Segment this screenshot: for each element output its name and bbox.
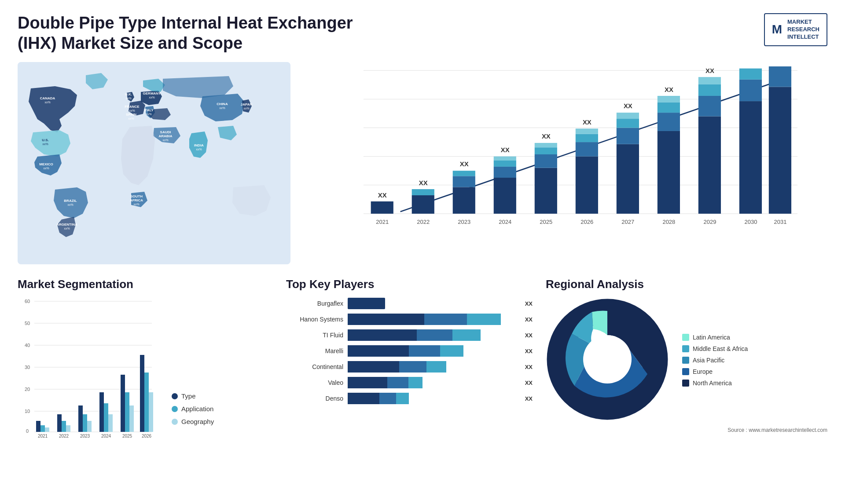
player-ti: TI Fluid XX bbox=[286, 329, 533, 341]
donut-and-legend: Latin America Middle East & Africa Asia … bbox=[546, 298, 827, 423]
bar-chart-svg: XX 2021 XX 2022 XX 2023 XX 2024 bbox=[330, 66, 819, 242]
svg-text:2023: 2023 bbox=[458, 219, 470, 225]
svg-text:40: 40 bbox=[25, 343, 30, 348]
svg-text:U.S.: U.S. bbox=[42, 138, 49, 142]
svg-text:2021: 2021 bbox=[38, 434, 48, 438]
svg-rect-62 bbox=[535, 143, 557, 147]
svg-rect-59 bbox=[535, 168, 557, 214]
legend-latin-america: Latin America bbox=[682, 334, 748, 341]
svg-text:SPAIN: SPAIN bbox=[126, 113, 136, 117]
svg-rect-66 bbox=[576, 142, 598, 157]
svg-text:2025: 2025 bbox=[122, 434, 132, 438]
north-america-color bbox=[682, 380, 689, 387]
svg-rect-67 bbox=[576, 134, 598, 142]
legend-type: Type bbox=[172, 392, 214, 400]
svg-rect-53 bbox=[494, 178, 516, 214]
player-xx-hanon: XX bbox=[525, 316, 533, 323]
player-bar-valeo bbox=[348, 377, 518, 388]
svg-rect-61 bbox=[535, 147, 557, 154]
player-xx-ti: XX bbox=[525, 332, 533, 339]
player-name-ti: TI Fluid bbox=[286, 332, 343, 339]
svg-rect-44 bbox=[412, 195, 434, 214]
europe-color bbox=[682, 368, 689, 375]
svg-text:2024: 2024 bbox=[101, 434, 111, 438]
player-name-denso: Denso bbox=[286, 395, 343, 402]
source-text: Source : www.marketresearchintellect.com bbox=[546, 427, 827, 433]
svg-rect-86 bbox=[698, 77, 721, 84]
map-container: CANADA xx% U.S. xx% MEXICO xx% BRAZIL xx… bbox=[18, 62, 290, 264]
player-bar-ti bbox=[348, 329, 518, 341]
logo-text: MARKET RESEARCH INTELLECT bbox=[787, 18, 819, 41]
header: Double Pipe Type Internal Heat Exchanger… bbox=[18, 13, 827, 53]
svg-text:2030: 2030 bbox=[744, 219, 757, 225]
player-valeo: Valeo XX bbox=[286, 377, 533, 388]
svg-point-140 bbox=[583, 335, 632, 383]
svg-rect-71 bbox=[617, 144, 639, 214]
regional-title: Regional Analysis bbox=[546, 278, 827, 291]
svg-rect-68 bbox=[576, 129, 598, 134]
svg-rect-132 bbox=[125, 392, 129, 432]
legend-geography: Geography bbox=[172, 418, 214, 425]
svg-rect-85 bbox=[698, 84, 721, 96]
svg-rect-55 bbox=[494, 161, 516, 167]
svg-rect-83 bbox=[698, 117, 721, 214]
svg-text:XX: XX bbox=[705, 67, 714, 74]
world-map: CANADA xx% U.S. xx% MEXICO xx% BRAZIL xx… bbox=[18, 62, 290, 264]
svg-rect-116 bbox=[40, 425, 45, 432]
svg-text:0: 0 bbox=[26, 428, 29, 434]
svg-text:CANADA: CANADA bbox=[40, 96, 55, 100]
svg-text:xx%: xx% bbox=[42, 142, 48, 146]
svg-text:2028: 2028 bbox=[662, 219, 675, 225]
svg-rect-84 bbox=[698, 96, 721, 117]
player-name-valeo: Valeo bbox=[286, 379, 343, 386]
svg-text:FRANCE: FRANCE bbox=[125, 105, 140, 109]
top-section: CANADA xx% U.S. xx% MEXICO xx% BRAZIL xx… bbox=[18, 62, 827, 264]
svg-text:ITALY: ITALY bbox=[144, 108, 154, 112]
player-name-hanon: Hanon Systems bbox=[286, 316, 343, 323]
svg-rect-74 bbox=[617, 113, 639, 119]
page-title: Double Pipe Type Internal Heat Exchanger… bbox=[18, 13, 361, 53]
svg-rect-127 bbox=[99, 392, 104, 432]
asia-pacific-label: Asia Pacific bbox=[693, 357, 724, 364]
player-bar-burgaflex bbox=[348, 298, 518, 309]
type-color bbox=[172, 393, 178, 399]
player-name-burgaflex: Burgaflex bbox=[286, 300, 343, 307]
svg-rect-56 bbox=[494, 157, 516, 161]
svg-rect-41 bbox=[371, 201, 393, 214]
player-xx-denso: XX bbox=[525, 395, 533, 402]
svg-text:xx%: xx% bbox=[162, 139, 168, 142]
svg-text:xx%: xx% bbox=[196, 148, 202, 151]
svg-text:2027: 2027 bbox=[621, 219, 634, 225]
svg-text:xx%: xx% bbox=[243, 107, 249, 110]
logo: M MARKET RESEARCH INTELLECT bbox=[764, 13, 827, 46]
legend-mea: Middle East & Africa bbox=[682, 345, 748, 352]
application-color bbox=[172, 406, 178, 412]
svg-text:ARGENTINA: ARGENTINA bbox=[56, 223, 77, 226]
bar-chart-container: XX 2021 XX 2022 XX 2023 XX 2024 bbox=[304, 62, 827, 264]
application-label: Application bbox=[181, 405, 213, 413]
player-hanon: Hanon Systems XX bbox=[286, 314, 533, 325]
svg-rect-54 bbox=[494, 167, 516, 178]
svg-text:2021: 2021 bbox=[376, 219, 389, 225]
svg-text:2031: 2031 bbox=[774, 219, 786, 225]
svg-text:XX: XX bbox=[665, 86, 673, 93]
svg-text:10: 10 bbox=[25, 409, 30, 414]
svg-rect-91 bbox=[739, 69, 762, 80]
latin-america-color bbox=[682, 334, 689, 341]
page-container: Double Pipe Type Internal Heat Exchanger… bbox=[0, 0, 845, 504]
player-bar-marelli bbox=[348, 345, 518, 357]
svg-text:SOUTH: SOUTH bbox=[130, 194, 143, 198]
svg-text:GERMANY: GERMANY bbox=[143, 91, 162, 95]
svg-text:2026: 2026 bbox=[142, 434, 152, 438]
geography-label: Geography bbox=[181, 418, 214, 425]
svg-text:2022: 2022 bbox=[417, 219, 430, 225]
svg-rect-121 bbox=[66, 425, 70, 432]
svg-rect-48 bbox=[453, 187, 475, 214]
svg-text:BRAZIL: BRAZIL bbox=[64, 199, 77, 203]
player-bar-continental bbox=[348, 361, 518, 373]
logo-letter: M bbox=[772, 22, 782, 37]
svg-rect-115 bbox=[36, 421, 40, 432]
legend-europe: Europe bbox=[682, 368, 748, 375]
svg-rect-80 bbox=[658, 96, 680, 102]
svg-text:30: 30 bbox=[25, 365, 30, 370]
